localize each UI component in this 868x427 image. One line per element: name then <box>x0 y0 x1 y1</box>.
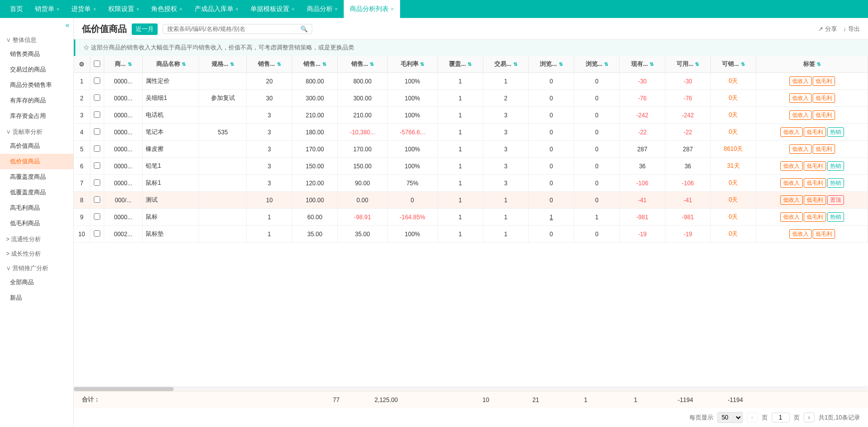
row-number: 9 <box>74 209 90 226</box>
sidebar-group-contribution: ∨ 贡献率分析 <box>0 124 73 138</box>
row-select-checkbox[interactable] <box>94 213 100 220</box>
close-icon[interactable]: × <box>179 6 182 12</box>
share-button[interactable]: ↗ 分享 <box>818 25 837 33</box>
select-all-checkbox[interactable] <box>94 60 100 67</box>
nav-analysis[interactable]: 商品分析 × <box>301 0 344 18</box>
row-avail: -981 <box>665 209 710 226</box>
row-checkbox[interactable] <box>90 192 104 209</box>
row-qty: 20 <box>246 73 292 90</box>
row-days: 0天 <box>710 192 756 209</box>
nav-products[interactable]: 产成品入库单 × <box>189 0 244 18</box>
total-avail: -1194 <box>710 397 760 404</box>
nav-permissions[interactable]: 权限设置 × <box>102 0 145 18</box>
sidebar-item-new-products[interactable]: 新品 <box>0 290 73 306</box>
row-checkbox[interactable] <box>90 107 104 124</box>
row-view1: 0 <box>529 226 574 243</box>
close-icon[interactable]: × <box>235 6 238 12</box>
row-days: 0天 <box>710 226 756 243</box>
sidebar-item-sales-products[interactable]: 销售类商品 <box>0 46 73 62</box>
row-select-checkbox[interactable] <box>94 128 100 135</box>
search-input[interactable] <box>167 25 298 32</box>
nav-home[interactable]: 首页 <box>4 0 29 18</box>
row-tags: 低收入低毛利置顶 <box>756 192 868 209</box>
sidebar-item-high-coverage[interactable]: 高覆盖度商品 <box>0 169 73 185</box>
row-qty: 30 <box>246 90 292 107</box>
sidebar-item-stock[interactable]: 有库存的商品 <box>0 93 73 108</box>
row-select-checkbox[interactable] <box>94 145 100 152</box>
row-checkbox[interactable] <box>90 124 104 141</box>
nav-analysis-list[interactable]: 商品分析列表 × <box>344 0 400 18</box>
row-select-checkbox[interactable] <box>94 179 100 186</box>
sidebar-item-capital[interactable]: 库存资金占用 <box>0 108 73 124</box>
row-margin: 100% <box>387 158 437 175</box>
row-spec: 参加复试 <box>199 90 246 107</box>
sidebar-item-high-value[interactable]: 高价值商品 <box>0 138 73 154</box>
row-checkbox[interactable] <box>90 209 104 226</box>
row-checkbox[interactable] <box>90 158 104 175</box>
horizontal-scrollbar[interactable] <box>74 387 868 391</box>
nav-roles[interactable]: 角色授权 × <box>145 0 188 18</box>
sidebar-item-low-value[interactable]: 低价值商品 <box>0 154 73 169</box>
close-icon[interactable]: × <box>391 6 394 12</box>
sidebar-item-category-rate[interactable]: 商品分类销售率 <box>0 77 73 93</box>
row-days: 0天 <box>710 73 756 90</box>
row-select-checkbox[interactable] <box>94 111 100 118</box>
page-size-select[interactable]: 50 100 200 <box>717 412 743 423</box>
row-tags: 低收入低毛利 <box>756 141 868 158</box>
prev-page-button[interactable]: ‹ <box>747 413 758 423</box>
row-select-checkbox[interactable] <box>94 94 100 101</box>
sidebar-item-high-margin[interactable]: 高毛利商品 <box>0 200 73 216</box>
row-checkbox[interactable] <box>90 226 104 243</box>
row-days: 8610天 <box>710 141 756 158</box>
row-select-checkbox[interactable] <box>94 77 100 84</box>
row-avail: -30 <box>665 73 710 90</box>
row-days: 0天 <box>710 175 756 192</box>
row-view2: 0 <box>574 90 620 107</box>
page-number-input[interactable] <box>772 413 790 423</box>
search-icon[interactable]: 🔍 <box>300 25 308 32</box>
nav-sales[interactable]: 销货单 × <box>29 0 65 18</box>
row-avail: -242 <box>665 107 710 124</box>
sidebar-item-all-products[interactable]: 全部商品 <box>0 275 73 290</box>
row-checkbox[interactable] <box>90 175 104 192</box>
row-margin: -164.85% <box>387 209 437 226</box>
nav-template[interactable]: 单据模板设置 × <box>244 0 300 18</box>
row-view1[interactable]: 1 <box>529 209 574 226</box>
settings-icon[interactable]: ⚙ <box>74 56 90 73</box>
row-checkbox[interactable] <box>90 141 104 158</box>
row-view2: 1 <box>574 209 620 226</box>
scrollbar-thumb[interactable] <box>74 387 174 391</box>
nav-purchase[interactable]: 进货单 × <box>65 0 102 18</box>
sidebar-item-low-margin[interactable]: 低毛利商品 <box>0 216 73 231</box>
row-price: 300.00 <box>292 90 338 107</box>
tag: 低收入 <box>789 229 812 239</box>
close-icon[interactable]: × <box>291 6 294 12</box>
content-header: 低价值商品 近一月 🔍 ↗ 分享 ↓ 导出 <box>74 18 868 39</box>
close-icon[interactable]: × <box>93 6 96 12</box>
next-page-button[interactable]: › <box>804 413 815 423</box>
tag: 热销 <box>827 161 844 171</box>
row-checkbox[interactable] <box>90 73 104 90</box>
row-price: 170.00 <box>292 141 338 158</box>
row-name: 电话机 <box>143 107 199 124</box>
data-table-container[interactable]: ⚙ 商... ⇅ 商品名称 ⇅ 规格... ⇅ 销售... ⇅ 销售... ⇅ … <box>74 56 868 387</box>
close-icon[interactable]: × <box>335 6 338 12</box>
sidebar-group-growth[interactable]: > 成长性分析 <box>0 246 73 260</box>
export-button[interactable]: ↓ 导出 <box>843 25 860 33</box>
col-qty: 销售... ⇅ <box>246 56 292 73</box>
sidebar-collapse-button[interactable]: « <box>65 21 69 29</box>
row-trade: 3 <box>483 124 528 141</box>
sidebar-group-circulation[interactable]: > 流通性分析 <box>0 231 73 246</box>
close-icon[interactable]: × <box>56 6 59 12</box>
row-number: 3 <box>74 107 90 124</box>
row-select-checkbox[interactable] <box>94 230 100 237</box>
row-select-checkbox[interactable] <box>94 162 100 169</box>
row-price2: 150.00 <box>338 158 388 175</box>
row-code: 0002... <box>104 226 143 243</box>
date-filter-button[interactable]: 近一月 <box>132 23 158 35</box>
sidebar-item-low-coverage[interactable]: 低覆盖度商品 <box>0 185 73 200</box>
row-select-checkbox[interactable] <box>94 196 100 203</box>
close-icon[interactable]: × <box>136 6 139 12</box>
row-checkbox[interactable] <box>90 90 104 107</box>
sidebar-item-traded[interactable]: 交易过的商品 <box>0 62 73 77</box>
